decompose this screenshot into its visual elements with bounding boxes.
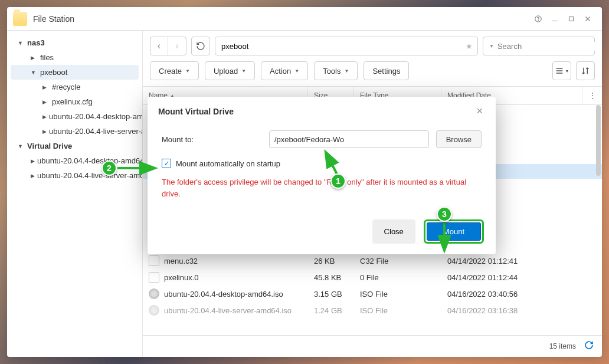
- upload-button[interactable]: Upload▼: [205, 61, 255, 80]
- file-icon: [149, 272, 159, 283]
- arrow-2: [109, 159, 162, 177]
- dialog-close-icon[interactable]: ×: [474, 105, 485, 117]
- refresh-icon[interactable]: [584, 340, 594, 352]
- col-menu[interactable]: ⋮: [583, 87, 602, 104]
- annotation-3: 3: [437, 206, 452, 222]
- svg-line-14: [326, 153, 338, 175]
- mount-to-label: Mount to:: [162, 135, 262, 144]
- tree-root-nas3[interactable]: ▼nas3: [7, 35, 142, 50]
- tools-button[interactable]: Tools▼: [314, 61, 358, 80]
- settings-button[interactable]: Settings: [364, 61, 409, 80]
- create-button[interactable]: Create▼: [150, 61, 199, 80]
- app-title: File Station: [33, 14, 74, 24]
- close-button[interactable]: [579, 11, 596, 27]
- path-input[interactable]: pxeboot ★: [215, 37, 478, 55]
- titlebar: File Station: [7, 7, 602, 31]
- browse-button[interactable]: Browse: [436, 130, 482, 148]
- dialog-title: Mount Virtual Drive: [158, 107, 234, 116]
- svg-rect-3: [569, 17, 574, 21]
- item-count: 15 items: [549, 342, 576, 350]
- search-input[interactable]: [497, 42, 597, 51]
- arrow-3: [437, 218, 454, 257]
- mount-to-input[interactable]: /pxeboot/Fedora-Wo: [269, 130, 429, 148]
- close-button[interactable]: Close: [372, 219, 415, 244]
- search-box[interactable]: ▼: [483, 37, 595, 55]
- tree-item-pxelinux-cfg[interactable]: ▶pxelinux.cfg: [7, 94, 142, 109]
- table-row[interactable]: ubuntu-20.04.4-live-server-amd64.iso1.24…: [143, 302, 602, 319]
- app-icon: [13, 12, 27, 26]
- action-button[interactable]: Action▼: [261, 61, 308, 80]
- status-bar: 15 items: [143, 335, 602, 357]
- maximize-button[interactable]: [563, 11, 579, 27]
- annotation-1: 1: [330, 173, 346, 189]
- tree-item-ubuntu-server[interactable]: ▶ubuntu-20.04.4-live-server-amd64: [7, 124, 142, 139]
- sort-button[interactable]: [576, 61, 595, 80]
- nav-toolbar: ‹ › pxeboot ★ ▼: [143, 31, 602, 59]
- help-button[interactable]: [530, 11, 546, 27]
- scrollbar[interactable]: [596, 105, 601, 335]
- refresh-button[interactable]: [191, 37, 210, 55]
- sidebar: ▼nas3 ▶files ▼pxeboot ▶#recycle ▶pxelinu…: [7, 31, 143, 357]
- nav-forward[interactable]: ›: [168, 37, 186, 55]
- nav-back[interactable]: ‹: [150, 37, 168, 55]
- table-row[interactable]: pxelinux.045.8 KB0 File04/14/2022 01:12:…: [143, 269, 602, 286]
- auto-mount-label: Mount automatically on startup: [176, 159, 280, 168]
- star-icon[interactable]: ★: [466, 42, 473, 51]
- auto-mount-checkbox[interactable]: ✓: [162, 159, 171, 168]
- minimize-button[interactable]: [546, 11, 563, 27]
- svg-point-1: [538, 20, 539, 21]
- action-toolbar: Create▼ Upload▼ Action▼ Tools▼ Settings …: [143, 59, 602, 86]
- iso-icon: [149, 305, 159, 316]
- tree-item-ubuntu-desktop[interactable]: ▶ubuntu-20.04.4-desktop-amd64: [7, 109, 142, 124]
- tree-item-recycle[interactable]: ▶#recycle: [7, 80, 142, 94]
- nav-buttons: ‹ ›: [150, 37, 186, 55]
- file-icon: [149, 255, 159, 266]
- tree-item-pxeboot[interactable]: ▼pxeboot: [11, 65, 139, 80]
- dialog-header: Mount Virtual Drive ×: [148, 97, 496, 119]
- table-row[interactable]: menu.c3226 KBC32 File04/14/2022 01:12:41: [143, 252, 602, 269]
- iso-icon: [149, 288, 159, 299]
- view-list-button[interactable]: ▼: [552, 61, 571, 80]
- tree-item-files[interactable]: ▶files: [7, 50, 142, 65]
- table-row[interactable]: ubuntu-20.04.4-desktop-amd64.iso3.15 GBI…: [143, 286, 602, 302]
- tree-root-virtual-drive[interactable]: ▼Virtual Drive: [7, 139, 142, 153]
- annotation-2: 2: [102, 160, 117, 176]
